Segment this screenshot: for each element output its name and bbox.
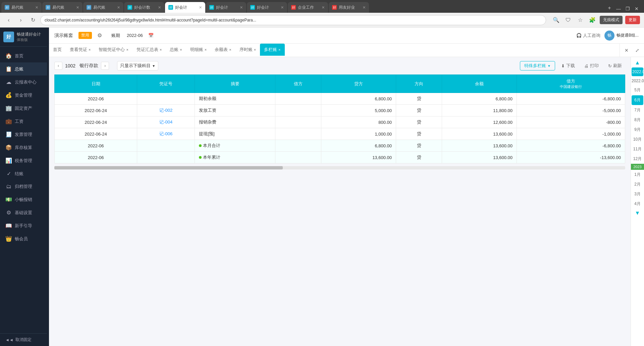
time-item-3[interactable]: 6月 bbox=[632, 95, 643, 105]
extension-icon[interactable]: 🧩 bbox=[588, 15, 597, 25]
special-multi-button[interactable]: 特殊多栏账 ▼ bbox=[520, 61, 555, 70]
time-scroll-up[interactable]: ▲ bbox=[634, 58, 642, 67]
back-button[interactable]: ‹ bbox=[4, 15, 13, 25]
account-filter-dropdown[interactable]: 只显示下级科目 ▼ bbox=[117, 61, 158, 70]
sidebar-footer[interactable]: ◄◄ 取消固定 bbox=[0, 333, 47, 346]
reload-button[interactable]: ↻ bbox=[28, 15, 38, 25]
browser-tab-2[interactable]: 好 易代账 ✕ bbox=[83, 2, 123, 13]
sidebar-item-基础设置[interactable]: ⚙ 基础设置 bbox=[0, 206, 47, 219]
tab-close-0[interactable]: ✕ bbox=[35, 5, 38, 10]
voucher-link-1[interactable]: 记-002 bbox=[159, 108, 172, 113]
time-item-5[interactable]: 8月 bbox=[631, 115, 644, 125]
sidebar-item-固定资产[interactable]: 🏢 固定资产 bbox=[0, 102, 47, 115]
time-item-9[interactable]: 12月 bbox=[631, 154, 644, 164]
sidebar-item-资金管理[interactable]: 💰 资金管理 bbox=[0, 89, 47, 102]
voucher-link-2[interactable]: 记-004 bbox=[159, 119, 172, 125]
sidebar-item-归档管理[interactable]: 🗂 归档管理 bbox=[0, 180, 47, 193]
prev-account-button[interactable]: ‹ bbox=[54, 62, 62, 70]
shield-icon[interactable]: 🛡 bbox=[564, 15, 573, 25]
sidebar-item-首页[interactable]: 🏠 首页 bbox=[0, 49, 47, 62]
sidebar-item-库存核算[interactable]: 📦 库存核算 bbox=[0, 141, 47, 154]
time-item-7[interactable]: 10月 bbox=[631, 135, 644, 144]
time-item-2[interactable]: 5月 bbox=[631, 85, 644, 95]
page-tab-1[interactable]: 查看凭证× bbox=[66, 44, 95, 56]
tab-close-5[interactable]: ✕ bbox=[240, 5, 243, 10]
browser-tab-1[interactable]: 好 易代账 ✕ bbox=[42, 2, 83, 13]
sidebar-item-小畅报销[interactable]: 💵 小畅报销 bbox=[0, 193, 47, 206]
bookmark-icon[interactable]: ☆ bbox=[576, 15, 585, 25]
page-tab-3[interactable]: 凭证汇总表× bbox=[132, 44, 166, 56]
page-tab-2[interactable]: 智能凭证中心× bbox=[95, 44, 132, 56]
no-trace-button[interactable]: 无痕模式 bbox=[600, 16, 623, 24]
scroll-thumb[interactable] bbox=[54, 166, 283, 169]
sidebar-item-总账[interactable]: 📋 总账 bbox=[0, 62, 47, 76]
time-item-14[interactable]: 4月 bbox=[631, 199, 644, 209]
tab-close-4[interactable]: ✕ bbox=[199, 5, 202, 10]
page-tab-close-5[interactable]: × bbox=[205, 48, 207, 52]
download-button[interactable]: ⬇ 下载 bbox=[558, 61, 578, 70]
time-scroll-down[interactable]: ▼ bbox=[634, 209, 642, 217]
browser-tab-4[interactable]: 好 好会计 ✕ bbox=[165, 2, 205, 13]
tab-close-8[interactable]: ✕ bbox=[363, 5, 366, 10]
time-item-8[interactable]: 11月 bbox=[631, 144, 644, 154]
horizontal-scrollbar[interactable] bbox=[54, 166, 625, 169]
page-tab-close-8[interactable]: × bbox=[278, 48, 280, 52]
tab-close-2[interactable]: ✕ bbox=[117, 5, 120, 10]
time-item-0[interactable]: 2022.06 bbox=[632, 67, 643, 76]
sidebar-item-云报表中心[interactable]: ☁ 云报表中心 bbox=[0, 76, 47, 89]
time-item-11[interactable]: 1月 bbox=[631, 170, 644, 180]
sidebar-item-结账[interactable]: ✓ 结账 bbox=[0, 167, 47, 180]
new-tab-button[interactable]: + bbox=[605, 3, 614, 13]
page-tab-close-3[interactable]: × bbox=[160, 48, 162, 52]
next-account-button[interactable]: › bbox=[101, 62, 109, 70]
cell-r2-c1[interactable]: 记-004 bbox=[137, 116, 195, 128]
search-icon[interactable]: 🔍 bbox=[551, 15, 561, 25]
tab-close-1[interactable]: ✕ bbox=[76, 5, 79, 10]
page-tab-4[interactable]: 总账× bbox=[166, 44, 186, 56]
consult-button[interactable]: 🎧 人工咨询 bbox=[576, 33, 600, 39]
page-tab-close-4[interactable]: × bbox=[180, 48, 182, 52]
page-tab-close-6[interactable]: × bbox=[229, 48, 231, 52]
time-item-13[interactable]: 3月 bbox=[631, 189, 644, 199]
sidebar-item-畅会员[interactable]: 👑 畅会员 bbox=[0, 232, 47, 245]
address-input[interactable] bbox=[40, 15, 546, 25]
sidebar-item-工资[interactable]: 💼 工资 bbox=[0, 115, 47, 128]
forward-button[interactable]: › bbox=[16, 15, 25, 25]
browser-tab-3[interactable]: 好 好会计数 ✕ bbox=[124, 2, 164, 13]
print-button[interactable]: 🖨 打印 bbox=[581, 61, 602, 70]
tab-close-3[interactable]: ✕ bbox=[158, 5, 161, 10]
page-tab-0[interactable]: 首页 bbox=[49, 44, 66, 56]
browser-tab-0[interactable]: 好 易代账 ✕ bbox=[1, 2, 42, 13]
page-tab-close-2[interactable]: × bbox=[126, 48, 128, 52]
restore-button[interactable]: ❐ bbox=[624, 5, 631, 13]
sidebar-item-新手引导[interactable]: 📖 新手引导 bbox=[0, 219, 47, 232]
close-window-button[interactable]: ✕ bbox=[633, 5, 640, 13]
time-item-6[interactable]: 9月 bbox=[631, 125, 644, 135]
minimize-button[interactable]: — bbox=[615, 5, 622, 13]
sidebar-item-发票管理[interactable]: 🧾 发票管理 bbox=[0, 128, 47, 141]
voucher-link-3[interactable]: 记-006 bbox=[159, 131, 172, 136]
browser-tab-6[interactable]: 好 好会计 ✕ bbox=[247, 2, 287, 13]
close-panel-button[interactable]: ✕ bbox=[622, 46, 631, 55]
browser-tab-8[interactable]: 好 用友好业 ✕ bbox=[329, 2, 369, 13]
user-info[interactable]: 畅 畅捷通B组... bbox=[604, 31, 639, 41]
tab-close-7[interactable]: ✕ bbox=[322, 5, 325, 10]
time-item-1[interactable]: 2022.06 bbox=[631, 77, 644, 85]
calendar-icon[interactable]: 📅 bbox=[148, 33, 154, 38]
tab-close-6[interactable]: ✕ bbox=[281, 5, 284, 10]
time-item-10[interactable]: 2023 bbox=[631, 164, 644, 170]
expand-panel-button[interactable]: ⤢ bbox=[633, 46, 642, 55]
browser-tab-5[interactable]: 好 好会计 ✕ bbox=[206, 2, 246, 13]
time-item-4[interactable]: 7月 bbox=[631, 105, 644, 115]
pin-button[interactable]: ◄◄ 取消固定 bbox=[5, 337, 42, 343]
cell-r3-c1[interactable]: 记-006 bbox=[137, 128, 195, 140]
page-tab-close-7[interactable]: × bbox=[254, 48, 256, 52]
cell-r1-c1[interactable]: 记-002 bbox=[137, 105, 195, 116]
page-tab-6[interactable]: 余额表× bbox=[211, 44, 235, 56]
sidebar-item-税务管理[interactable]: 📊 税务管理 bbox=[0, 154, 47, 167]
page-tab-close-1[interactable]: × bbox=[89, 48, 91, 52]
update-button[interactable]: 更新 bbox=[625, 16, 640, 24]
settings-icon[interactable]: ⚙ bbox=[97, 32, 102, 39]
refresh-button[interactable]: ↻ 刷新 bbox=[605, 61, 625, 70]
page-tab-7[interactable]: 序时账× bbox=[235, 44, 260, 56]
